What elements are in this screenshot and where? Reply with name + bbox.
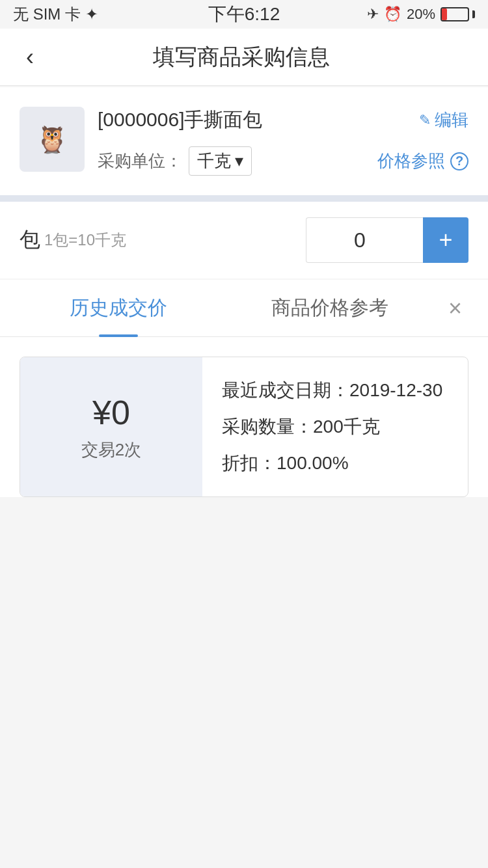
status-time: 下午6:12 (208, 2, 280, 27)
product-logo-icon: 🦉 (36, 124, 68, 155)
price-details: 最近成交日期：2019-12-30 采购数量：200千克 折扣：100.00% (202, 357, 468, 496)
location-icon: ✈ (367, 6, 379, 23)
back-button[interactable]: ‹ (20, 37, 40, 77)
panel-close-button[interactable]: × (435, 288, 475, 329)
unit-select-dropdown[interactable]: 千克 ▾ (189, 146, 252, 176)
alarm-icon: ⏰ (384, 6, 401, 23)
price-value: ¥0 (92, 393, 130, 432)
price-summary: ¥0 交易2次 (20, 357, 202, 496)
purchase-quantity-row: 采购数量：200千克 (222, 413, 448, 441)
quantity-input-area: + (139, 217, 468, 263)
edit-button[interactable]: ✎ 编辑 (419, 109, 468, 131)
price-number: 0 (111, 394, 130, 431)
unit-conversion: 1包=10千克 (44, 230, 126, 251)
battery-icon (441, 7, 475, 21)
discount-row: 折扣：100.00% (222, 450, 448, 477)
unit-label: 采购单位： (98, 150, 182, 172)
price-ref-label: 价格参照 (377, 150, 445, 172)
tab-history-price[interactable]: 历史成交价 (13, 279, 224, 337)
edit-icon: ✎ (419, 112, 431, 129)
product-name-row: [0000006]手撕面包 ✎ 编辑 (98, 107, 468, 133)
quantity-input[interactable] (306, 217, 423, 263)
discount-value: 100.00% (277, 453, 349, 473)
recent-date-value: 2019-12-30 (349, 380, 442, 400)
product-header: 🦉 [0000006]手撕面包 ✎ 编辑 采购单位： 千克 ▾ (20, 107, 468, 176)
price-reference-button[interactable]: 价格参照 ? (377, 150, 468, 172)
page-title: 填写商品采购信息 (40, 42, 442, 72)
quantity-row: 包 1包=10千克 + (0, 202, 488, 278)
transaction-count: 交易2次 (81, 439, 141, 461)
section-divider (0, 195, 488, 202)
unit-name: 包 (20, 226, 40, 254)
status-bar: 无 SIM 卡 ✦ 下午6:12 ✈ ⏰ 20% (0, 0, 488, 29)
product-thumbnail: 🦉 (20, 107, 85, 172)
tabs-bar: 历史成交价 商品价格参考 × (0, 280, 488, 337)
product-info: [0000006]手撕面包 ✎ 编辑 采购单位： 千克 ▾ 价格参照 (98, 107, 468, 176)
status-right: ✈ ⏰ 20% (367, 6, 475, 23)
purchase-quantity-value: 200千克 (313, 416, 380, 437)
recent-date-row: 最近成交日期：2019-12-30 (222, 377, 448, 404)
unit-value: 千克 (197, 150, 231, 172)
quantity-unit-display: 包 1包=10千克 (20, 226, 126, 254)
nav-bar: ‹ 填写商品采购信息 (0, 29, 488, 86)
dropdown-arrow-icon: ▾ (235, 151, 243, 171)
product-name: [0000006]手撕面包 (98, 107, 262, 133)
purchase-quantity-label: 采购数量： (222, 416, 313, 437)
product-card: 🦉 [0000006]手撕面包 ✎ 编辑 采购单位： 千克 ▾ (0, 87, 488, 195)
tab-product-price-reference[interactable]: 商品价格参考 (224, 279, 435, 337)
empty-content-area (0, 517, 488, 868)
currency-symbol: ¥ (92, 394, 111, 431)
price-ref-help-icon: ? (450, 152, 468, 170)
edit-label: 编辑 (435, 109, 468, 131)
recent-date-label: 最近成交日期： (222, 380, 349, 400)
status-signal: 无 SIM 卡 ✦ (13, 4, 98, 25)
battery-percent: 20% (407, 6, 435, 23)
product-unit-row: 采购单位： 千克 ▾ 价格参照 ? (98, 146, 468, 176)
discount-label: 折扣： (222, 453, 277, 473)
bottom-panel: 历史成交价 商品价格参考 × ¥0 交易2次 最近成交日期：2019-12-30… (0, 280, 488, 497)
quantity-plus-button[interactable]: + (423, 217, 468, 263)
price-card: ¥0 交易2次 最近成交日期：2019-12-30 采购数量：200千克 折扣：… (20, 357, 468, 497)
